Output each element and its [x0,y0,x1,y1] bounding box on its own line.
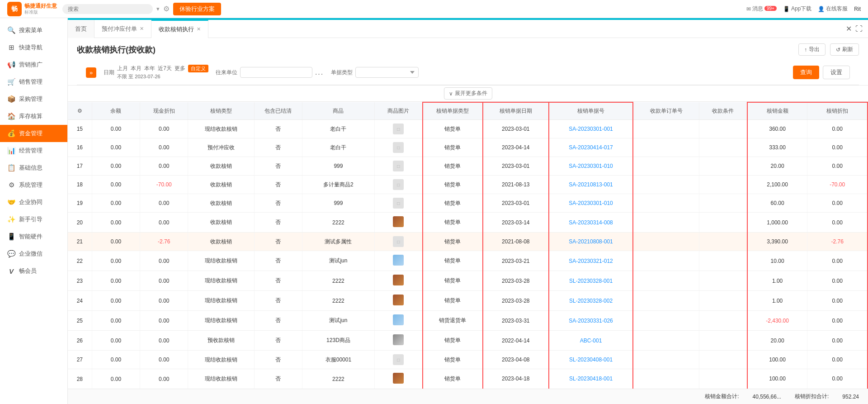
cell-doc-no[interactable]: SA-20230301-010 [549,157,633,176]
date-label: 日期 [104,69,114,76]
date-this-year[interactable]: 本年 [144,65,155,72]
cell-doc-no[interactable]: SA-20230301-001 [549,120,633,138]
sidebar-item-search[interactable]: 🔍 搜索菜单 [0,22,67,39]
cell-verify-amount: -2,430.00 [747,311,807,331]
sidebar-item-purchase[interactable]: 📦 采购管理 [0,90,67,108]
cell-doc-no[interactable]: SL-20230418-001 [549,369,633,389]
tab-bar: 首页 预付冲应付单 ✕ 收款核销执行 ✕ ✕ ⛶ [68,20,868,38]
sidebar-item-guide[interactable]: ✨ 新手引导 [0,211,67,228]
user-info[interactable]: Rit [854,6,861,12]
table-row: 160.000.00预付冲应收否老白干□销货单2023-04-14SA-2023… [68,138,868,157]
cell-seq: 19 [68,194,92,213]
counterpart-input[interactable] [240,67,312,78]
sidebar-item-member[interactable]: V 畅会员 [0,262,67,280]
cell-verify-discount: 0.00 [807,311,868,331]
cell-verify-discount: 0.00 [807,157,868,176]
sidebar-item-system[interactable]: ⚙ 系统管理 [0,176,67,194]
sidebar-item-basic[interactable]: 📋 基础信息 [0,159,67,176]
cell-doc-no[interactable]: ABC-001 [549,331,633,351]
date-last-month[interactable]: 上月 [117,65,128,72]
date-custom[interactable]: 自定义 [188,65,208,72]
sidebar-item-enterprise[interactable]: 🤝 企业协同 [0,194,67,211]
sidebar-item-hardware[interactable]: 📱 智能硬件 [0,228,67,245]
cell-seq: 23 [68,271,92,291]
export-btn[interactable]: ↑ 导出 [798,43,826,56]
date-7days[interactable]: 近7天 [158,65,172,72]
query-btn[interactable]: 查询 [793,66,819,79]
cell-doc-bill-type: 销货单 [423,369,483,389]
counterpart-more-icon[interactable]: ... [315,68,324,76]
sidebar-label-hardware: 智能硬件 [19,233,42,241]
cell-balance: 0.00 [92,213,140,233]
settings-icon[interactable]: ⚙ [163,5,170,13]
cell-goods-image [374,369,422,389]
date-this-month[interactable]: 本月 [131,65,142,72]
total-discount-label: 核销折扣合计: [795,393,829,400]
tab-receipt-verify[interactable]: 收款核销执行 ✕ [151,20,208,38]
sidebar-item-quick-nav[interactable]: ⊞ 快捷导航 [0,39,67,56]
doc-type-select[interactable] [355,67,419,78]
table-row: 220.000.00现结收款核销否测试jun销货单2023-03-21SA-20… [68,251,868,271]
filter-expand-btn[interactable]: » [86,67,96,78]
cell-goods: 2222 [302,271,375,291]
cell-receipt-condition [699,120,747,138]
app-download-btn[interactable]: 📱 App下载 [783,5,811,13]
industry-btn[interactable]: 休验行业方案 [173,3,221,15]
sidebar-item-inventory[interactable]: 🏠 库存核算 [0,108,67,125]
sidebar-item-operation[interactable]: 📊 经营管理 [0,142,67,159]
sidebar-item-marketing[interactable]: 📢 营销推广 [0,56,67,73]
sidebar-label-purchase: 采购管理 [19,95,42,103]
cell-doc-no[interactable]: SL-20230328-001 [549,271,633,291]
cell-doc-date: 2023-03-01 [483,157,549,176]
col-header-receipt-condition: 收款条件 [699,102,747,120]
tab-prepay[interactable]: 预付冲应付单 ✕ [94,20,151,38]
app-download-label: App下载 [791,5,811,13]
cell-doc-no[interactable]: SA-20230301-010 [549,194,633,213]
sidebar-item-wechat[interactable]: 💬 企业微信 [0,245,67,262]
table-row: 260.000.00预收款核销否123D商品销货单2022-04-14ABC-0… [68,331,868,351]
tab-receipt-verify-close[interactable]: ✕ [197,26,201,32]
cell-doc-no[interactable]: SA-20210808-001 [549,233,633,251]
brand-name: 畅捷通好生意 [24,3,57,9]
cell-doc-no[interactable]: SA-20230321-012 [549,251,633,271]
cell-verify-amount: 60.00 [747,194,807,213]
cell-doc-no[interactable]: SA-20230414-017 [549,138,633,157]
col-header-doc-bill-type: 核销单据类型 [423,102,483,120]
cell-doc-no[interactable]: SA-20230314-008 [549,213,633,233]
cell-balance: 0.00 [92,194,140,213]
sidebar-label-member: 畅会员 [19,267,37,275]
cell-receipt-order-no [633,351,699,369]
top-search-input[interactable] [62,4,153,14]
cell-doc-no[interactable]: SA-20210813-001 [549,176,633,194]
cell-receipt-condition [699,251,747,271]
cell-doc-no[interactable]: SL-20230328-002 [549,291,633,311]
message-btn[interactable]: ✉ 消息 99+ [746,5,777,13]
online-service-btn[interactable]: 👤 在线客服 [818,5,848,13]
expand-more-btn[interactable]: ∨ 展开更多条件 [444,87,492,100]
fullscreen-btn[interactable]: ⛶ [855,25,863,33]
cell-doc-date: 2023-03-31 [483,311,549,331]
date-more[interactable]: 更多 [175,65,185,72]
table-row: 270.000.00现结收款核销否衣服00001□销货单2023-04-08SL… [68,351,868,369]
expand-more-label: 展开更多条件 [455,90,487,97]
table-row: 250.000.00现结收款核销否测试jun销货退货单2023-03-31SA-… [68,311,868,331]
cell-doc-no[interactable]: SL-20230408-001 [549,351,633,369]
cell-goods-image: □ [374,157,422,176]
cell-doc-no[interactable]: SA-20230331-026 [549,311,633,331]
filter-action-btns: 查询 设置 [793,66,850,79]
close-tab-btn[interactable]: ✕ [846,24,852,33]
cell-receipt-order-no [633,213,699,233]
cell-goods: 测试多属性 [302,233,375,251]
setting-btn[interactable]: 设置 [823,66,850,79]
tab-receipt-verify-label: 收款核销执行 [159,25,194,33]
cell-receipt-order-no [633,138,699,157]
col-header-gear[interactable]: ⚙ [68,102,92,120]
refresh-btn[interactable]: ↺ 刷新 [830,43,859,56]
col-header-verify-type: 核销类型 [188,102,254,120]
tab-prepay-close[interactable]: ✕ [140,26,144,32]
search-dropdown-icon[interactable]: ▾ [156,5,160,12]
sidebar-item-finance[interactable]: 💰 资金管理 [0,125,67,142]
cell-doc-bill-type: 销货单 [423,271,483,291]
tab-home[interactable]: 首页 [68,20,94,38]
sidebar-item-sales[interactable]: 🛒 销售管理 [0,73,67,90]
